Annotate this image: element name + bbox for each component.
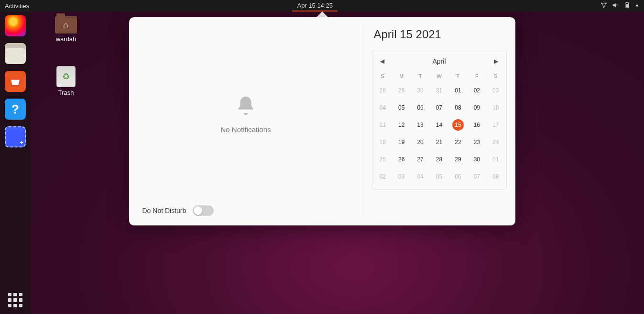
calendar-day-today[interactable]: 15 [448, 116, 467, 134]
calendar-dow: S [486, 70, 505, 82]
calendar-day[interactable]: 30 [468, 151, 486, 168]
calendar-pane: April 15 2021 ◀ April ▶ SMTWTFS282930310… [363, 17, 515, 225]
no-notifications-label: No Notifications [220, 125, 271, 134]
calendar-day[interactable]: 17 [486, 116, 505, 134]
calendar-prev-button[interactable]: ◀ [378, 56, 386, 67]
calendar-day[interactable]: 21 [430, 134, 448, 151]
calendar-day[interactable]: 16 [468, 116, 486, 134]
dock-app-help[interactable]: ? [5, 99, 26, 120]
show-applications-button[interactable] [8, 293, 22, 307]
calendar-day[interactable]: 12 [392, 116, 411, 134]
calendar-day[interactable]: 13 [411, 116, 429, 134]
calendar-day[interactable]: 05 [392, 99, 411, 116]
date-menu-popover: No Notifications Do Not Disturb April 15… [129, 11, 515, 225]
activities-button[interactable]: Activities [0, 2, 34, 10]
dock: ? [0, 11, 31, 314]
calendar-day[interactable]: 01 [486, 151, 505, 168]
calendar-grid: SMTWTFS282930310102030405060708091011121… [373, 70, 505, 185]
calendar-day[interactable]: 04 [411, 168, 429, 185]
calendar-day[interactable]: 27 [411, 151, 429, 168]
clock-button[interactable]: Apr 15 14:25 [292, 0, 337, 11]
calendar-next-button[interactable]: ▶ [492, 56, 500, 67]
calendar-day[interactable]: 02 [468, 82, 486, 99]
calendar-day[interactable]: 10 [486, 99, 505, 116]
dnd-switch[interactable] [193, 205, 214, 216]
calendar-day[interactable]: 24 [486, 134, 505, 151]
calendar-day[interactable]: 29 [392, 82, 411, 99]
calendar-date-title: April 15 2021 [372, 28, 507, 41]
system-tray[interactable]: ▼ [596, 2, 644, 10]
folder-icon [55, 16, 77, 34]
calendar-day[interactable]: 28 [430, 151, 448, 168]
calendar-dow: S [373, 70, 392, 82]
calendar-day[interactable]: 07 [430, 99, 448, 116]
calendar-day[interactable]: 03 [486, 82, 505, 99]
trash-icon [56, 66, 76, 87]
desktop-home-folder[interactable]: wardah [47, 16, 85, 43]
dock-app-firefox[interactable] [5, 15, 26, 36]
calendar-day[interactable]: 22 [448, 134, 467, 151]
calendar-day[interactable]: 03 [392, 168, 411, 185]
chevron-down-icon: ▼ [635, 3, 639, 8]
calendar-day[interactable]: 30 [411, 82, 429, 99]
calendar-day[interactable]: 11 [373, 116, 392, 134]
popover-arrow [317, 11, 328, 17]
calendar-day[interactable]: 01 [448, 82, 467, 99]
calendar-day[interactable]: 07 [468, 168, 486, 185]
calendar-day[interactable]: 06 [411, 99, 429, 116]
desktop-icon-label: Trash [47, 89, 85, 96]
calendar-day[interactable]: 14 [430, 116, 448, 134]
svg-rect-5 [626, 2, 628, 2]
calendar-day[interactable]: 28 [373, 82, 392, 99]
calendar-day[interactable]: 02 [373, 168, 392, 185]
calendar-dow: F [468, 70, 486, 82]
calendar-day[interactable]: 08 [448, 99, 467, 116]
calendar-day[interactable]: 06 [448, 168, 467, 185]
top-bar: Activities Apr 15 14:25 ▼ [0, 0, 644, 11]
calendar-day[interactable]: 20 [411, 134, 429, 151]
dock-app-screenshot[interactable] [5, 126, 26, 147]
battery-icon [623, 2, 630, 10]
calendar-widget: ◀ April ▶ SMTWTFS28293031010203040506070… [372, 50, 507, 190]
network-icon [600, 2, 607, 10]
calendar-day[interactable]: 08 [486, 168, 505, 185]
calendar-dow: W [430, 70, 448, 82]
calendar-day[interactable]: 31 [430, 82, 448, 99]
calendar-dow: T [411, 70, 429, 82]
calendar-dow: T [448, 70, 467, 82]
calendar-month-label: April [432, 57, 446, 65]
bell-icon [235, 95, 257, 125]
calendar-dow: M [392, 70, 411, 82]
calendar-day[interactable]: 18 [373, 134, 392, 151]
calendar-day[interactable]: 29 [448, 151, 467, 168]
volume-icon [612, 2, 619, 10]
calendar-day[interactable]: 04 [373, 99, 392, 116]
dnd-label: Do Not Disturb [142, 207, 186, 214]
svg-rect-4 [626, 4, 628, 7]
calendar-day[interactable]: 09 [468, 99, 486, 116]
notifications-pane: No Notifications Do Not Disturb [129, 17, 363, 225]
calendar-day[interactable]: 23 [468, 134, 486, 151]
calendar-day[interactable]: 05 [430, 168, 448, 185]
calendar-day[interactable]: 19 [392, 134, 411, 151]
calendar-day[interactable]: 25 [373, 151, 392, 168]
calendar-day[interactable]: 26 [392, 151, 411, 168]
dock-app-files[interactable] [5, 43, 26, 64]
desktop-trash[interactable]: Trash [47, 66, 85, 96]
desktop-icon-label: wardah [47, 35, 85, 43]
dock-app-software[interactable] [5, 71, 26, 92]
